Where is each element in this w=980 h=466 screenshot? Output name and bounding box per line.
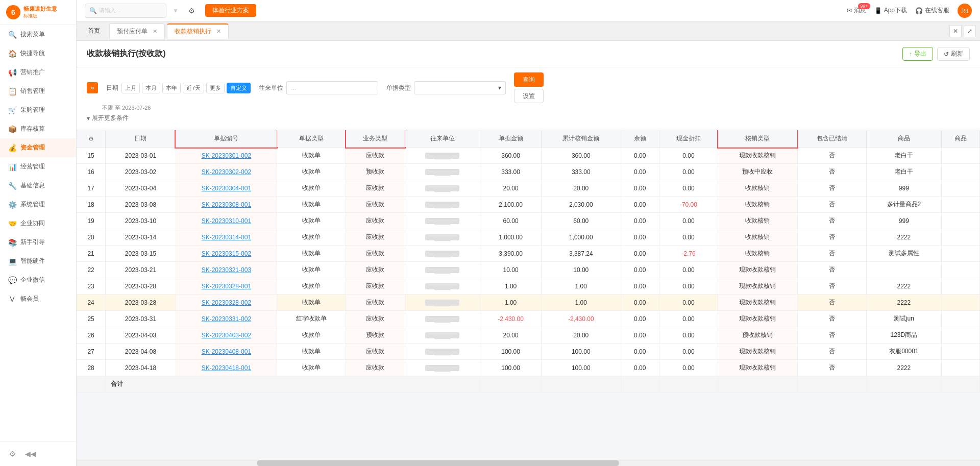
date-btn-this-year[interactable]: 本年 xyxy=(162,83,181,93)
quicknav-icon: 🏠 xyxy=(8,50,16,58)
sidebar-item-label-purchase: 采购管理 xyxy=(20,106,45,114)
sidebar-item-purchase[interactable]: 🛒 采购管理 xyxy=(0,101,76,119)
col-date-header[interactable]: 日期 xyxy=(106,130,176,148)
col-settled-header[interactable]: 包含已结清 xyxy=(797,130,866,148)
sidebar-item-search[interactable]: 🔍 搜索菜单 xyxy=(0,25,76,44)
row-cumulative: 360.00 xyxy=(542,148,621,164)
sidebar-item-marketing[interactable]: 📢 营销推广 xyxy=(0,63,76,82)
export-button[interactable]: ↑ 导出 xyxy=(902,47,933,61)
sidebar-item-hardware[interactable]: 💻 智能硬件 xyxy=(0,252,76,271)
collapse-btn[interactable]: ◀◀ xyxy=(23,447,38,461)
col-partner-header[interactable]: 往来单位 xyxy=(405,130,480,148)
row-docamount: 60.00 xyxy=(480,213,542,229)
row-canceltype: 现款收款核销 xyxy=(718,360,798,376)
prepay-tab-close[interactable]: ✕ xyxy=(153,28,157,35)
tab-home[interactable]: 首页 xyxy=(81,23,107,39)
doctype-select[interactable]: ▾ xyxy=(414,81,506,94)
notification-btn[interactable]: ✉ 消息 99+ xyxy=(847,6,866,15)
col-docamount-header[interactable]: 单据金额 xyxy=(480,130,542,148)
col-balance-header[interactable]: 余额 xyxy=(621,130,659,148)
col-canceltype-header[interactable]: 核销类型 xyxy=(718,130,798,148)
row-canceltype: 现款收款核销 xyxy=(718,148,798,164)
docno-link[interactable]: SK-20230304-001 xyxy=(202,185,251,192)
sidebar-item-basic[interactable]: 🔧 基础信息 xyxy=(0,176,76,195)
docno-link[interactable]: SK-20230310-001 xyxy=(202,217,251,225)
tab-expand-action[interactable]: ⤢ xyxy=(964,25,976,37)
tab-collection[interactable]: 收款核销执行 ✕ xyxy=(167,23,229,39)
tab-close-action[interactable]: ✕ xyxy=(949,25,962,37)
docno-link[interactable]: SK-20230302-002 xyxy=(202,168,251,176)
col-doctype-header[interactable]: 单据类型 xyxy=(277,130,346,148)
sidebar-item-sales[interactable]: 📋 销售管理 xyxy=(0,82,76,101)
user-avatar[interactable]: Rit xyxy=(958,4,972,18)
topbar-gear-icon[interactable]: ⚙ xyxy=(185,4,199,18)
col-cashdiscount-header[interactable]: 现金折扣 xyxy=(659,130,718,148)
row-no: 24 xyxy=(77,295,106,311)
docno-link[interactable]: SK-20230328-002 xyxy=(202,299,251,306)
sidebar-item-corp[interactable]: 🤝 企业协同 xyxy=(0,214,76,233)
date-btn-last-month[interactable]: 上月 xyxy=(121,83,140,93)
docno-link[interactable]: SK-20230418-001 xyxy=(202,364,251,372)
table-row: 17 2023-03-04 SK-20230304-001 收款单 应收款 ██… xyxy=(77,180,980,197)
tab-prepay[interactable]: 预付应付单 ✕ xyxy=(109,23,165,39)
query-button[interactable]: 查询 xyxy=(514,72,544,87)
date-btn-more[interactable]: 更多 xyxy=(206,83,225,93)
row-docno: SK-20230302-002 xyxy=(176,164,277,180)
docno-link[interactable]: SK-20230308-001 xyxy=(202,201,251,208)
online-service-btn[interactable]: 🎧 在线客服 xyxy=(915,6,949,15)
sidebar-item-label-corp: 企业协同 xyxy=(20,219,45,228)
date-btn-this-month[interactable]: 本月 xyxy=(142,83,160,93)
expand-more-btn[interactable]: ▾ 展开更多条件 xyxy=(87,114,970,122)
row-canceltype: 收款核销 xyxy=(718,180,798,197)
row-canceltype: 收款核销 xyxy=(718,213,798,229)
solution-button[interactable]: 体验行业方案 xyxy=(205,4,256,17)
col-biztype-header[interactable]: 业务类型 xyxy=(346,130,405,148)
sidebar-item-finance[interactable]: 💰 资金管理 xyxy=(0,138,76,157)
partner-input[interactable]: ... xyxy=(286,81,378,94)
row-docno: SK-20230321-003 xyxy=(176,262,277,278)
app-download-btn[interactable]: 📱 App下载 xyxy=(874,6,907,15)
docno-link[interactable]: SK-20230321-003 xyxy=(202,266,251,274)
row-partner: ████ xyxy=(405,246,480,262)
row-docno: SK-20230328-001 xyxy=(176,278,277,295)
row-product2 xyxy=(941,311,979,327)
table-horizontal-scrollbar[interactable] xyxy=(77,460,980,466)
date-btn-7days[interactable]: 近7天 xyxy=(183,83,204,93)
filter-toggle-btn[interactable]: » xyxy=(87,82,98,93)
table-container[interactable]: ⚙ 日期 单据编号 单据类型 业务类型 往来单位 单据金额 累计核销金额 余额 … xyxy=(77,130,980,460)
col-cumulative-header[interactable]: 累计核销金额 xyxy=(542,130,621,148)
sidebar-item-quicknav[interactable]: 🏠 快捷导航 xyxy=(0,44,76,63)
sidebar-item-label-inventory: 库存核算 xyxy=(20,125,45,133)
settings-bottom-btn[interactable]: ⚙ xyxy=(5,447,19,461)
row-doctype: 收款单 xyxy=(277,278,346,295)
row-settled: 否 xyxy=(797,229,866,246)
docno-link[interactable]: SK-20230314-001 xyxy=(202,234,251,241)
date-btn-custom[interactable]: 自定义 xyxy=(227,83,251,93)
docno-link[interactable]: SK-20230315-002 xyxy=(202,250,251,257)
sidebar-item-inventory[interactable]: 📦 库存核算 xyxy=(0,119,76,138)
row-docamount: 10.00 xyxy=(480,262,542,278)
row-no: 17 xyxy=(77,180,106,197)
row-doctype: 收款单 xyxy=(277,262,346,278)
topbar-search[interactable]: 🔍 请输入... xyxy=(85,4,166,18)
sidebar-item-wechat[interactable]: 💬 企业微信 xyxy=(0,271,76,289)
docno-link[interactable]: SK-20230301-002 xyxy=(202,152,251,159)
sidebar-item-system[interactable]: ⚙️ 系统管理 xyxy=(0,195,76,214)
col-product2-header[interactable]: 商品 xyxy=(941,130,979,148)
docno-link[interactable]: SK-20230408-001 xyxy=(202,348,251,355)
table-row: 24 2023-03-28 SK-20230328-002 收款单 应收款 ██… xyxy=(77,295,980,311)
docno-link[interactable]: SK-20230328-001 xyxy=(202,283,251,290)
sidebar-item-member[interactable]: V 畅会员 xyxy=(0,289,76,308)
docno-link[interactable]: SK-20230331-002 xyxy=(202,315,251,323)
refresh-button[interactable]: ↺ 刷新 xyxy=(937,47,970,61)
docno-link[interactable]: SK-20230403-002 xyxy=(202,332,251,339)
filter-settings-button[interactable]: 设置 xyxy=(514,89,544,103)
col-settings-header[interactable]: ⚙ xyxy=(77,130,106,148)
sidebar-item-operation[interactable]: 📊 经营管理 xyxy=(0,157,76,176)
collection-tab-close[interactable]: ✕ xyxy=(216,28,221,35)
table-row: 15 2023-03-01 SK-20230301-002 收款单 应收款 ██… xyxy=(77,148,980,164)
page-header: 收款核销执行(按收款) ↑ 导出 ↺ 刷新 xyxy=(77,41,980,67)
col-product-header[interactable]: 商品 xyxy=(867,130,942,148)
sidebar-item-guide[interactable]: 📚 新手引导 xyxy=(0,233,76,252)
col-docno-header[interactable]: 单据编号 xyxy=(176,130,277,148)
